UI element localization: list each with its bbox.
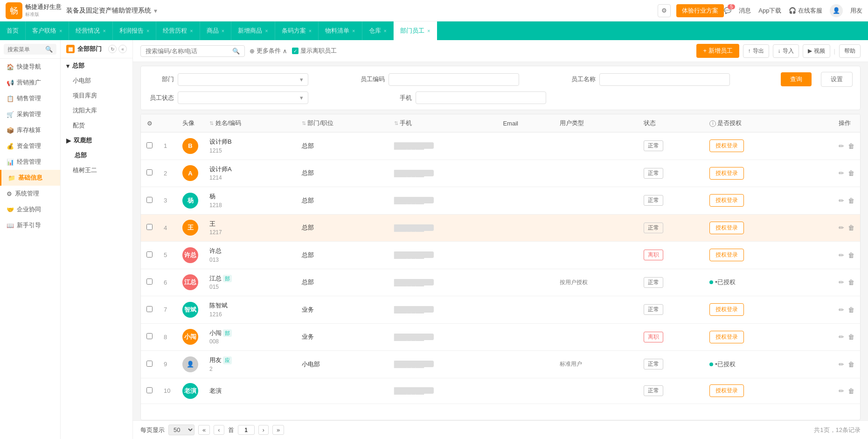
delete-icon[interactable]: 🗑 [848,142,854,150]
tab-profit[interactable]: 利润报告 × [113,21,156,40]
row-checkbox[interactable] [146,387,153,393]
edit-icon[interactable]: ✏ [839,169,844,177]
page-size-select[interactable]: 50 20 100 [168,425,194,435]
info-icon[interactable]: i [709,120,716,127]
edit-icon[interactable]: ✏ [839,224,844,231]
dept-item-zongbu2[interactable]: 总部 [61,148,132,163]
dept-item-zhishu[interactable]: 植树王二 [61,163,132,178]
prev-page-btn[interactable]: ‹ [214,425,224,435]
delete-icon[interactable]: 🗑 [848,361,854,368]
close-icon[interactable]: × [59,28,62,34]
edit-icon[interactable]: ✏ [839,279,844,286]
dropdown-arrow-icon[interactable]: ▾ [154,7,157,14]
tab-barcode[interactable]: 条码方案 × [275,21,319,40]
col-dept[interactable]: ⇅ 部门/职位 [296,114,389,132]
settings-icon[interactable]: ⚙ [658,4,671,17]
delete-icon[interactable]: 🗑 [848,169,854,177]
close-icon[interactable]: × [190,28,193,34]
sidebar-item-inventory[interactable]: 📦 库存核算 [0,122,60,138]
more-conditions-btn[interactable]: ⊕ 更多条件 ∧ [250,47,287,55]
status-select[interactable]: ▾ [178,91,308,104]
sidebar-item-sales[interactable]: 📋 销售管理 [0,91,60,106]
delete-icon[interactable]: 🗑 [848,224,854,231]
edit-icon[interactable]: ✏ [839,387,844,395]
auth-button[interactable]: 授权登录 [709,384,744,397]
row-checkbox[interactable] [146,361,153,367]
dept-item-shuangluxiang[interactable]: ▶ 双鹿想 [61,133,132,148]
edit-icon[interactable]: ✏ [839,306,844,314]
close-icon[interactable]: × [384,28,387,34]
auth-button[interactable]: 授权登录 [709,139,744,152]
close-icon[interactable]: × [222,28,224,34]
delete-icon[interactable]: 🗑 [848,306,854,314]
row-checkbox[interactable] [146,224,153,230]
col-name[interactable]: ⇅ 姓名/编码 [204,114,296,132]
help-button[interactable]: 帮助 [839,44,861,58]
sidebar-item-business[interactable]: 📊 经营管理 [0,154,60,170]
last-page-btn[interactable]: » [272,425,284,435]
sidebar-item-marketing[interactable]: 📢 营销推广 [0,75,60,91]
edit-icon[interactable]: ✏ [839,333,844,341]
row-checkbox[interactable] [146,306,153,312]
dept-item-project[interactable]: 项目库房 [61,88,132,103]
sidebar-item-basic[interactable]: 📁 基础信息 [0,170,60,186]
tab-operation[interactable]: 经营情况 × [69,21,112,40]
tab-customer[interactable]: 客户联络 × [26,21,69,40]
tab-dept-staff[interactable]: 部门员工 × [394,21,437,40]
search-input[interactable] [146,48,229,55]
auth-button[interactable]: 授权登录 [709,194,744,207]
collapse-icon[interactable]: « [118,45,127,53]
edit-icon[interactable]: ✏ [839,142,844,150]
row-checkbox[interactable] [146,197,153,203]
tab-history[interactable]: 经营历程 × [156,21,200,40]
row-checkbox[interactable] [146,169,153,175]
row-checkbox[interactable] [146,333,153,339]
row-checkbox[interactable] [146,251,153,258]
emp-code-input[interactable] [389,73,519,86]
tab-home[interactable]: 首页 [0,21,26,40]
tab-warehouse[interactable]: 仓库 × [362,21,394,40]
tab-goods[interactable]: 商品 × [200,21,231,40]
sidebar-item-finance[interactable]: 💰 资金管理 [0,138,60,154]
dept-select[interactable]: ▾ [178,73,308,86]
row-checkbox[interactable] [146,279,153,285]
add-employee-button[interactable]: + 新增员工 [696,44,739,58]
view-button[interactable]: ▶ 视频 [803,44,830,58]
auth-button[interactable]: 授权登录 [709,303,744,316]
tab-add-goods[interactable]: 新增商品 × [231,21,275,40]
sidebar-item-guide[interactable]: 📖 新手引导 [0,217,60,233]
dept-item-zongbu[interactable]: ▾ 总部 [61,58,132,73]
auth-button[interactable]: 授权登录 [709,331,744,343]
page-input[interactable] [238,425,255,435]
auth-button[interactable]: 授权登录 [709,249,744,261]
row-checkbox[interactable] [146,142,153,148]
close-icon[interactable]: × [103,28,105,34]
edit-icon[interactable]: ✏ [839,361,844,368]
app-download-link[interactable]: App下载 [758,7,781,15]
show-departed-checkbox[interactable]: ✓ [292,48,299,54]
export-button[interactable]: ↑ 导出 [743,44,769,58]
tab-bom[interactable]: 物料清单 × [319,21,362,40]
auth-button[interactable]: 授权登录 [709,222,744,234]
next-page-btn[interactable]: › [258,425,269,435]
delete-icon[interactable]: 🗑 [848,197,854,204]
dept-item-shenyang[interactable]: 沈阳大库 [61,103,132,118]
message-icon-wrap[interactable]: 💬 5 [724,7,731,14]
edit-icon[interactable]: ✏ [839,251,844,259]
delete-icon[interactable]: 🗑 [848,333,854,341]
close-icon[interactable]: × [146,28,149,34]
dept-item-peihuo[interactable]: 配货 [61,118,132,133]
import-button[interactable]: ↓ 导入 [773,44,799,58]
first-page-btn[interactable]: « [198,425,210,435]
col-phone[interactable]: ⇅ 手机 [389,114,498,132]
edit-icon[interactable]: ✏ [839,197,844,204]
show-departed-wrap[interactable]: ✓ 显示离职员工 [292,47,337,55]
sidebar-item-collab[interactable]: 🤝 企业协同 [0,202,60,217]
col-settings[interactable]: ⚙ [141,114,158,132]
close-icon[interactable]: × [265,28,268,34]
close-icon[interactable]: × [352,28,355,34]
online-service-link[interactable]: 🎧 在线客服 [789,7,822,15]
dept-item-xiaodian[interactable]: 小电部 [61,73,132,88]
sidebar-search-input[interactable] [7,46,43,53]
sidebar-item-nav[interactable]: 🏠 快捷导航 [0,59,60,75]
